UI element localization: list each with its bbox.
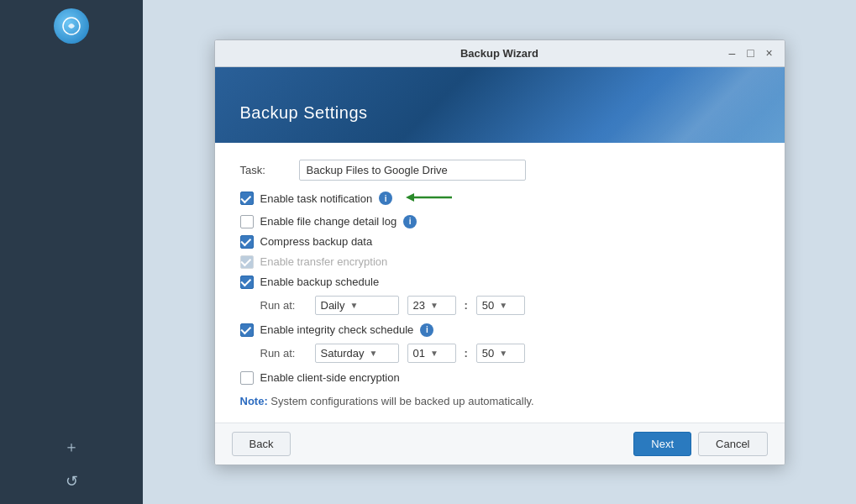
- integrity-hour-select[interactable]: 01 ▼: [407, 344, 456, 363]
- arrow-annotation: [406, 189, 456, 208]
- cb-row-integrity: Enable integrity check schedule i: [240, 323, 759, 337]
- cb-row-filelog: Enable file change detail log i: [240, 215, 759, 228]
- integrity-hour-chevron: ▼: [430, 349, 439, 358]
- title-bar: Backup Wizard – □ ×: [215, 40, 785, 67]
- cb-schedule[interactable]: [240, 276, 254, 289]
- integrity-hour-value: 01: [413, 347, 425, 360]
- cb-compress[interactable]: [240, 235, 254, 249]
- minimize-button[interactable]: –: [726, 46, 739, 60]
- cb-row-compress: Compress backup data: [240, 235, 759, 249]
- task-row: Task:: [240, 160, 759, 181]
- next-button[interactable]: Next: [633, 432, 691, 456]
- cb-row-client-encryption: Enable client-side encryption: [240, 371, 759, 385]
- cb-client-encryption[interactable]: [240, 371, 254, 385]
- cb-notification[interactable]: [240, 192, 254, 205]
- main-area: Backup Wizard – □ × Backup Settings Task…: [143, 0, 856, 504]
- cb-row-notification: Enable task notification i: [240, 189, 759, 208]
- note-text: System configurations will be backed up …: [270, 395, 533, 407]
- sidebar: ＋ ↺: [0, 0, 143, 504]
- colon-2: :: [465, 347, 468, 360]
- dialog-body: Task: Enable task notification i Enable: [215, 143, 785, 423]
- history-button[interactable]: ↺: [66, 472, 78, 491]
- backup-minute-value: 50: [482, 299, 494, 312]
- run-at-label-integrity: Run at:: [260, 347, 307, 360]
- title-bar-controls: – □ ×: [726, 46, 776, 60]
- cb-filelog-label[interactable]: Enable file change detail log: [260, 215, 397, 228]
- run-at-label-backup: Run at:: [260, 299, 307, 312]
- backup-wizard-dialog: Backup Wizard – □ × Backup Settings Task…: [214, 39, 785, 465]
- note-row: Note: System configurations will be back…: [240, 395, 759, 407]
- add-button[interactable]: ＋: [64, 437, 79, 457]
- dialog-title: Backup Wizard: [274, 47, 726, 60]
- cb-row-encryption: Enable transfer encryption: [240, 255, 759, 269]
- dialog-footer: Back Next Cancel: [215, 423, 785, 465]
- task-input[interactable]: [299, 160, 526, 181]
- task-label: Task:: [240, 164, 299, 176]
- frequency-chevron: ▼: [349, 301, 358, 310]
- integrity-info-icon[interactable]: i: [420, 323, 433, 337]
- close-button[interactable]: ×: [763, 46, 776, 60]
- sidebar-bottom: ＋ ↺: [64, 437, 79, 504]
- cb-schedule-label[interactable]: Enable backup schedule: [260, 276, 380, 288]
- filelog-info-icon[interactable]: i: [403, 215, 417, 228]
- backup-minute-select[interactable]: 50 ▼: [476, 296, 525, 315]
- back-button[interactable]: Back: [232, 432, 291, 456]
- cb-filelog[interactable]: [240, 215, 254, 228]
- dialog-header: Backup Settings: [215, 67, 785, 143]
- integrity-day-select[interactable]: Saturday ▼: [315, 344, 399, 363]
- maximize-button[interactable]: □: [744, 46, 758, 60]
- backup-schedule-row: Run at: Daily ▼ 23 ▼ : 50 ▼: [260, 296, 759, 315]
- backup-hour-select[interactable]: 23 ▼: [407, 296, 456, 315]
- integrity-minute-chevron: ▼: [499, 349, 507, 358]
- integrity-schedule-row: Run at: Saturday ▼ 01 ▼ : 50 ▼: [260, 344, 759, 363]
- app-logo: [54, 8, 89, 44]
- integrity-day-chevron: ▼: [370, 349, 378, 358]
- cb-encryption: [240, 255, 254, 269]
- integrity-minute-value: 50: [482, 347, 494, 360]
- cb-client-encryption-label[interactable]: Enable client-side encryption: [260, 371, 400, 384]
- cb-compress-label[interactable]: Compress backup data: [260, 235, 373, 248]
- cancel-button[interactable]: Cancel: [698, 432, 767, 456]
- backup-minute-chevron: ▼: [499, 301, 507, 310]
- header-title: Backup Settings: [240, 103, 368, 123]
- cb-notification-label[interactable]: Enable task notification: [260, 192, 373, 205]
- colon-1: :: [465, 299, 468, 312]
- cb-row-schedule: Enable backup schedule: [240, 276, 759, 289]
- svg-marker-2: [406, 193, 414, 202]
- frequency-value: Daily: [321, 299, 345, 312]
- integrity-minute-select[interactable]: 50 ▼: [476, 344, 525, 363]
- backup-hour-value: 23: [413, 299, 425, 312]
- notification-info-icon[interactable]: i: [379, 192, 392, 205]
- cb-encryption-label: Enable transfer encryption: [260, 255, 388, 268]
- note-label: Note:: [240, 395, 268, 407]
- integrity-day-value: Saturday: [321, 347, 365, 360]
- frequency-select[interactable]: Daily ▼: [315, 296, 399, 315]
- backup-hour-chevron: ▼: [430, 301, 439, 310]
- footer-right: Next Cancel: [633, 432, 767, 456]
- cb-integrity-label[interactable]: Enable integrity check schedule: [260, 323, 414, 336]
- cb-integrity[interactable]: [240, 323, 254, 337]
